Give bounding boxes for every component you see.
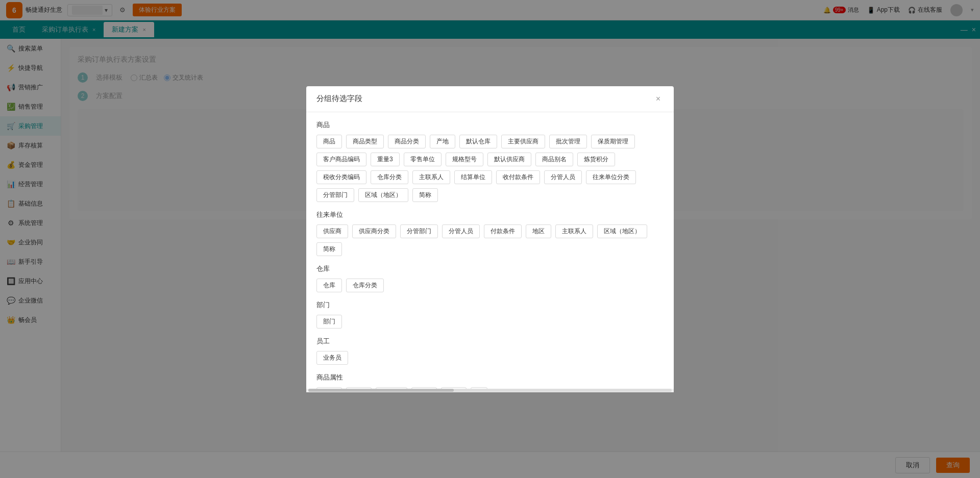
field-chip-goods-24[interactable]: 简称 xyxy=(412,188,438,202)
field-chip-goods-5[interactable]: 主要供应商 xyxy=(501,135,545,148)
field-chip-department-0[interactable]: 部门 xyxy=(316,315,342,329)
modal-body: 商品 商品 商品类型 商品分类 产地 默认仓库 主要供应商 批次管理 保质期管理… xyxy=(306,112,674,389)
field-chips-goods: 商品 商品类型 商品分类 产地 默认仓库 主要供应商 批次管理 保质期管理 客户… xyxy=(316,135,664,202)
modal-close-button[interactable]: × xyxy=(653,93,664,105)
field-chips-department: 部门 xyxy=(316,315,664,329)
modal-overlay: 分组待选字段 × 商品 商品 商品类型 商品分类 产地 默认仓库 主要供应商 批… xyxy=(0,0,980,478)
section-title-partner: 往来单位 xyxy=(316,210,664,219)
field-chip-partner-3[interactable]: 分管人员 xyxy=(442,224,480,238)
field-chip-partner-8[interactable]: 简称 xyxy=(316,242,342,256)
field-chip-warehouse-0[interactable]: 仓库 xyxy=(316,279,342,292)
field-chip-goods-11[interactable]: 规格型号 xyxy=(446,153,483,166)
field-chip-goods-4[interactable]: 默认仓库 xyxy=(459,135,497,148)
field-chip-partner-1[interactable]: 供应商分类 xyxy=(352,224,396,238)
field-chip-goods-18[interactable]: 结算单位 xyxy=(454,170,492,184)
field-chip-goods-14[interactable]: 炼货积分 xyxy=(577,153,615,166)
modal-horizontal-scrollbar[interactable] xyxy=(306,389,674,392)
modal-header: 分组待选字段 × xyxy=(306,86,674,112)
section-title-department: 部门 xyxy=(316,300,664,310)
field-chip-goods-15[interactable]: 税收分类编码 xyxy=(316,170,366,184)
field-chip-goods-9[interactable]: 重量3 xyxy=(371,153,400,166)
field-select-modal: 分组待选字段 × 商品 商品 商品类型 商品分类 产地 默认仓库 主要供应商 批… xyxy=(306,86,674,392)
field-chip-goods-6[interactable]: 批次管理 xyxy=(549,135,587,148)
field-chip-goods-12[interactable]: 默认供应商 xyxy=(487,153,531,166)
field-chip-goods-16[interactable]: 仓库分类 xyxy=(371,170,408,184)
field-chip-goods-19[interactable]: 收付款条件 xyxy=(496,170,540,184)
field-chip-warehouse-1[interactable]: 仓库分类 xyxy=(346,279,384,292)
field-chips-warehouse: 仓库 仓库分类 xyxy=(316,279,664,292)
field-chips-partner: 供应商 供应商分类 分管部门 分管人员 付款条件 地区 主联系人 区域（地区） … xyxy=(316,224,664,256)
field-chip-goods-13[interactable]: 商品别名 xyxy=(535,153,573,166)
hscroll-thumb[interactable] xyxy=(308,389,454,392)
field-chip-goods-10[interactable]: 零售单位 xyxy=(404,153,442,166)
field-chip-goods-3[interactable]: 产地 xyxy=(430,135,455,148)
field-chip-employee-0[interactable]: 业务员 xyxy=(316,351,348,365)
field-chip-partner-2[interactable]: 分管部门 xyxy=(400,224,438,238)
section-title-warehouse: 仓库 xyxy=(316,264,664,273)
field-chip-goods-17[interactable]: 主联系人 xyxy=(412,170,450,184)
field-chip-goods-22[interactable]: 分管部门 xyxy=(316,188,354,202)
field-chip-goods-7[interactable]: 保质期管理 xyxy=(591,135,635,148)
field-chip-partner-0[interactable]: 供应商 xyxy=(316,224,348,238)
field-chip-goods-8[interactable]: 客户商品编码 xyxy=(316,153,366,166)
hscroll-track xyxy=(308,389,672,392)
field-chip-goods-2[interactable]: 商品分类 xyxy=(388,135,426,148)
field-chip-goods-20[interactable]: 分管人员 xyxy=(544,170,582,184)
modal-title: 分组待选字段 xyxy=(316,94,362,104)
field-chip-partner-6[interactable]: 主联系人 xyxy=(555,224,593,238)
field-chip-goods-0[interactable]: 商品 xyxy=(316,135,342,148)
field-chip-partner-4[interactable]: 付款条件 xyxy=(484,224,522,238)
section-title-product-attr: 商品属性 xyxy=(316,373,664,382)
section-title-employee: 员工 xyxy=(316,337,664,346)
field-chips-employee: 业务员 xyxy=(316,351,664,365)
field-chip-goods-23[interactable]: 区域（地区） xyxy=(358,188,408,202)
field-chip-goods-1[interactable]: 商品类型 xyxy=(346,135,384,148)
field-chip-goods-21[interactable]: 往来单位分类 xyxy=(586,170,636,184)
field-chip-partner-5[interactable]: 地区 xyxy=(526,224,551,238)
section-title-goods: 商品 xyxy=(316,120,664,130)
field-chip-partner-7[interactable]: 区域（地区） xyxy=(597,224,647,238)
